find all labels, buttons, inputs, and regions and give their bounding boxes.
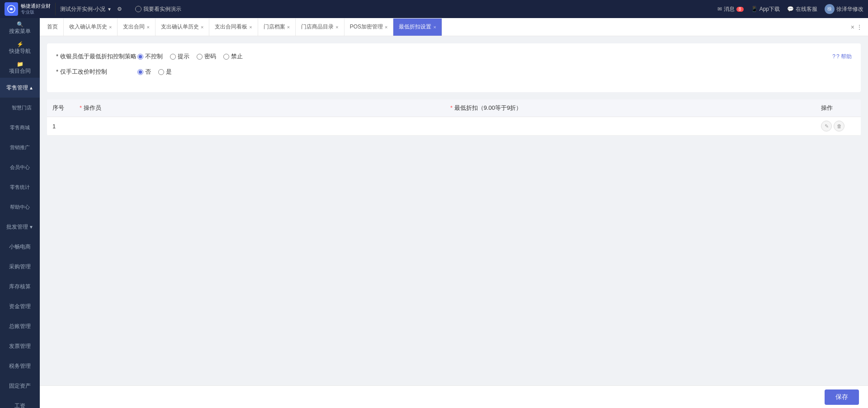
tabs-bar: 首页 收入确认单历史 × 支出合同 × 支出确认单历史 × 支出合同看板 × 门… (40, 18, 868, 36)
user-name: 徐泽华修改 (836, 5, 863, 13)
sidebar-item-online-store[interactable]: 零售商城 (0, 117, 40, 137)
sidebar-item-smart-store[interactable]: 智慧门店 (0, 98, 40, 117)
manual-price-radio-group: 否 是 (137, 68, 172, 76)
service-icon: 💬 (787, 6, 794, 12)
radio-no-control[interactable]: 不控制 (137, 52, 163, 61)
tab-income-history[interactable]: 收入确认单历史 × (64, 19, 118, 36)
app-logo: 畅捷通好业财 专业版 (5, 2, 51, 16)
online-service-label: 在线客服 (796, 5, 817, 13)
tab-payment-contract-board-label: 支出合同看板 (215, 23, 247, 31)
tab-store-files-close[interactable]: × (287, 24, 290, 30)
sidebar-item-shortcut[interactable]: ⚡ 快捷导航 (0, 38, 40, 58)
radio-forbid[interactable]: 禁止 (223, 52, 243, 61)
sidebar-label-online-store: 零售商城 (10, 124, 30, 131)
radio-no[interactable]: 否 (137, 68, 151, 76)
sidebar-item-payroll[interactable]: 工资 (0, 396, 40, 408)
radio-password[interactable]: 密码 (197, 52, 216, 61)
col-min-discount-required: * (450, 104, 453, 111)
form-section: * 收银员低于最低折扣控制策略 不控制 提示 密码 (47, 43, 861, 92)
tabs-end: × ⋮ (847, 23, 866, 31)
col-index-label: 序号 (52, 104, 64, 111)
sidebar-label-help: 帮助中心 (10, 204, 30, 211)
help-link[interactable]: ? ? 帮助 (832, 53, 852, 61)
radio-password-input[interactable] (197, 54, 203, 60)
tab-payment-confirm-history[interactable]: 支出确认单历史 × (156, 19, 209, 36)
tab-payment-contract[interactable]: 支出合同 × (118, 19, 155, 36)
radio-yes-input[interactable] (158, 69, 164, 75)
sidebar-label-tax: 税务管理 (9, 362, 31, 370)
project-dropdown-icon: ▼ (107, 7, 112, 12)
tab-payment-contract-close[interactable]: × (146, 24, 149, 30)
radio-remind[interactable]: 提示 (170, 52, 189, 61)
sidebar-item-tax[interactable]: 税务管理 (0, 356, 40, 376)
sidebar-label-fixed-assets: 固定资产 (9, 382, 31, 390)
tab-pos-manage[interactable]: POS加密管理 × (344, 19, 394, 36)
cell-operator-1 (74, 117, 445, 135)
tab-income-history-label: 收入确认单历史 (69, 23, 107, 31)
messages-label: 消息 (724, 5, 735, 13)
sidebar-item-inventory[interactable]: 库存核算 (0, 277, 40, 296)
help-icon: ? (832, 53, 835, 60)
project-settings-icon[interactable]: ⚙ (113, 3, 126, 15)
user-profile-btn[interactable]: 徐 徐泽华修改 (825, 4, 863, 14)
sidebar-item-fixed-assets[interactable]: 固定资产 (0, 376, 40, 396)
project-selector[interactable]: 测试分开实例-小况 ▼ ⚙ (55, 3, 131, 15)
project-name: 测试分开实例-小况 (60, 5, 105, 13)
tab-home-label: 首页 (47, 23, 58, 31)
table-header: 序号 * 操作员 * 最低折扣（9.00等于9折） 操作 (47, 99, 861, 117)
sidebar-item-ecommerce[interactable]: 小畅电商 (0, 237, 40, 257)
sidebar-item-project[interactable]: 📁 项目合同 (0, 58, 40, 78)
sidebar-item-invoice[interactable]: 发票管理 (0, 336, 40, 356)
tab-payment-confirm-history-close[interactable]: × (201, 24, 203, 30)
tab-min-discount-close[interactable]: × (433, 24, 436, 30)
sidebar-item-marketing[interactable]: 营销推广 (0, 137, 40, 157)
radio-remind-label: 提示 (178, 52, 189, 61)
tab-close-all-icon[interactable]: × (851, 23, 854, 31)
demo-label: 我要看实例演示 (143, 5, 181, 13)
tab-home[interactable]: 首页 (42, 19, 64, 36)
sidebar-item-finance[interactable]: 资金管理 (0, 296, 40, 316)
sidebar-label-payroll: 工资 (14, 402, 25, 408)
tab-store-products[interactable]: 门店商品目录 × (296, 19, 344, 36)
tab-payment-contract-board[interactable]: 支出合同看板 × (209, 19, 258, 36)
sidebar-item-help[interactable]: 帮助中心 (0, 197, 40, 217)
sidebar-item-ledger[interactable]: 总账管理 (0, 316, 40, 336)
radio-no-control-label: 不控制 (145, 52, 163, 61)
discount-policy-radio-group: 不控制 提示 密码 禁止 (137, 52, 243, 61)
tab-store-files[interactable]: 门店档案 × (258, 19, 296, 36)
content-area: 首页 收入确认单历史 × 支出合同 × 支出确认单历史 × 支出合同看板 × 门… (40, 18, 868, 408)
app-edition: 专业版 (21, 9, 51, 15)
radio-remind-input[interactable] (170, 54, 176, 60)
radio-no-input[interactable] (137, 69, 143, 75)
sidebar-item-wholesale[interactable]: 批发管理 ▼ (0, 217, 40, 237)
radio-yes[interactable]: 是 (158, 68, 172, 76)
tab-payment-contract-board-close[interactable]: × (249, 24, 252, 30)
online-service-btn[interactable]: 💬 在线客服 (787, 5, 817, 13)
demo-link[interactable]: 我要看实例演示 (135, 5, 181, 13)
delete-row-1-btn[interactable]: 🗑 (834, 121, 844, 131)
tab-income-history-close[interactable]: × (109, 24, 112, 30)
tab-store-products-close[interactable]: × (335, 24, 338, 30)
sidebar-label-search: 搜索菜单 (9, 28, 31, 35)
edit-row-1-btn[interactable]: ✎ (821, 121, 832, 131)
shortcut-icon: ⚡ (17, 41, 24, 47)
save-button[interactable]: 保存 (825, 389, 859, 405)
manual-price-row: * 仅手工改价时控制 否 是 (56, 68, 852, 76)
radio-no-control-input[interactable] (137, 54, 143, 60)
tab-pos-manage-close[interactable]: × (385, 24, 387, 30)
col-min-discount-label: 最低折扣（9.00等于9折） (454, 104, 522, 111)
sidebar-item-search[interactable]: 🔍 搜索菜单 (0, 18, 40, 38)
sidebar-item-retail-stats[interactable]: 零售统计 (0, 177, 40, 197)
tab-min-discount[interactable]: 最低折扣设置 × (393, 19, 442, 36)
app-download-btn[interactable]: 📱 App下载 (751, 5, 780, 13)
sidebar-item-member[interactable]: 会员中心 (0, 157, 40, 177)
row-index-1: 1 (52, 123, 56, 130)
wholesale-arrow-icon: ▼ (29, 225, 33, 230)
page-content: * 收银员低于最低折扣控制策略 不控制 提示 密码 (40, 36, 868, 385)
app-download-label: App下载 (760, 5, 780, 13)
radio-forbid-input[interactable] (223, 54, 229, 60)
sidebar-item-retail[interactable]: 零售管理 ▲ (0, 78, 40, 98)
sidebar-item-purchase[interactable]: 采购管理 (0, 257, 40, 277)
messages-btn[interactable]: ✉ 消息 8 (717, 5, 744, 13)
tab-menu-icon[interactable]: ⋮ (856, 23, 863, 31)
